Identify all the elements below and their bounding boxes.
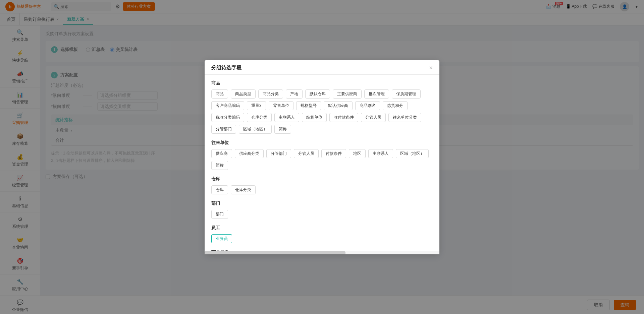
field-tag[interactable]: 分管部门 <box>266 149 291 158</box>
field-tag[interactable]: 产地 <box>286 89 303 99</box>
field-group-partner-title: 往来单位 <box>211 140 433 146</box>
field-tag[interactable]: 简称 <box>274 125 291 134</box>
modal-title: 分组待选字段 <box>211 65 241 71</box>
field-tags-dept: 部门 <box>211 210 433 219</box>
field-tag[interactable]: 简称 <box>211 161 228 170</box>
field-tag[interactable]: 供应商 <box>211 149 232 158</box>
field-tag[interactable]: 地区 <box>349 149 366 158</box>
field-tag[interactable]: 主要供应商 <box>333 89 362 99</box>
field-tag[interactable]: 分管人员 <box>294 149 319 158</box>
modal-close-btn[interactable]: × <box>429 65 433 71</box>
field-tag[interactable]: 主联系人 <box>274 113 299 122</box>
field-tag[interactable]: 商品别名 <box>355 101 380 110</box>
field-tag[interactable]: 商品类型 <box>231 89 256 99</box>
field-tag[interactable]: 重量3 <box>247 101 266 110</box>
field-tag[interactable]: 炼货积分 <box>383 101 408 110</box>
field-group-staff-title: 员工 <box>211 225 433 231</box>
field-tag[interactable]: 商品 <box>211 89 228 99</box>
field-group-dept-title: 部门 <box>211 200 433 206</box>
field-group-warehouse-title: 仓库 <box>211 176 433 182</box>
modal-body: 商品 商品 商品类型 商品分类 产地 默认仓库 主要供应商 批次管理 保质期管理… <box>205 75 439 251</box>
modal-hscroll-thumb <box>205 251 345 254</box>
field-tag[interactable]: 分管人员 <box>361 113 386 122</box>
field-group-warehouse: 仓库 仓库 仓库分类 <box>211 176 433 194</box>
field-group-dept: 部门 部门 <box>211 200 433 219</box>
field-tag[interactable]: 税收分类编码 <box>211 113 244 122</box>
field-tag[interactable]: 供应商分类 <box>235 149 264 158</box>
field-tags-warehouse: 仓库 仓库分类 <box>211 185 433 194</box>
field-group-goods: 商品 商品 商品类型 商品分类 产地 默认仓库 主要供应商 批次管理 保质期管理… <box>211 80 433 134</box>
field-select-modal: 分组待选字段 × 商品 商品 商品类型 商品分类 产地 默认仓库 主要供应商 批… <box>205 60 439 254</box>
modal-horizontal-scrollbar[interactable] <box>205 251 439 254</box>
field-tag[interactable]: 收付款条件 <box>329 113 358 122</box>
field-tag[interactable]: 规格型号 <box>296 101 321 110</box>
field-group-goods-title: 商品 <box>211 80 433 86</box>
field-tags-staff: 业务员 <box>211 234 433 243</box>
field-tag[interactable]: 结算单位 <box>302 113 327 122</box>
field-tag[interactable]: 保质期管理 <box>392 89 421 99</box>
modal-header: 分组待选字段 × <box>205 60 439 75</box>
field-tag[interactable]: 仓库 <box>211 185 228 194</box>
field-group-staff: 员工 业务员 <box>211 225 433 243</box>
field-tag[interactable]: 客户商品编码 <box>211 101 244 110</box>
field-tag[interactable]: 主联系人 <box>368 149 393 158</box>
field-tag-salesperson[interactable]: 业务员 <box>211 234 232 243</box>
modal-overlay: 分组待选字段 × 商品 商品 商品类型 商品分类 产地 默认仓库 主要供应商 批… <box>0 0 644 314</box>
field-tag[interactable]: 区域（地区） <box>239 125 272 134</box>
field-tags-partner: 供应商 供应商分类 分管部门 分管人员 付款条件 地区 主联系人 区域（地区） … <box>211 149 433 170</box>
field-tag[interactable]: 分管部门 <box>211 125 236 134</box>
field-tag[interactable]: 批次管理 <box>364 89 389 99</box>
field-tag[interactable]: 部门 <box>211 210 228 219</box>
field-tag[interactable]: 默认仓库 <box>305 89 330 99</box>
field-tags-goods: 商品 商品类型 商品分类 产地 默认仓库 主要供应商 批次管理 保质期管理 客户… <box>211 89 433 134</box>
field-group-partner: 往来单位 供应商 供应商分类 分管部门 分管人员 付款条件 地区 主联系人 区域… <box>211 140 433 170</box>
field-tag[interactable]: 仓库分类 <box>247 113 272 122</box>
field-tag[interactable]: 商品分类 <box>258 89 283 99</box>
field-tag[interactable]: 仓库分类 <box>231 185 256 194</box>
field-tag[interactable]: 往来单位分类 <box>388 113 421 122</box>
field-tag[interactable]: 默认供应商 <box>324 101 353 110</box>
field-tag[interactable]: 零售单位 <box>269 101 293 110</box>
field-tag[interactable]: 付款条件 <box>321 149 346 158</box>
field-tag[interactable]: 区域（地区） <box>396 149 429 158</box>
